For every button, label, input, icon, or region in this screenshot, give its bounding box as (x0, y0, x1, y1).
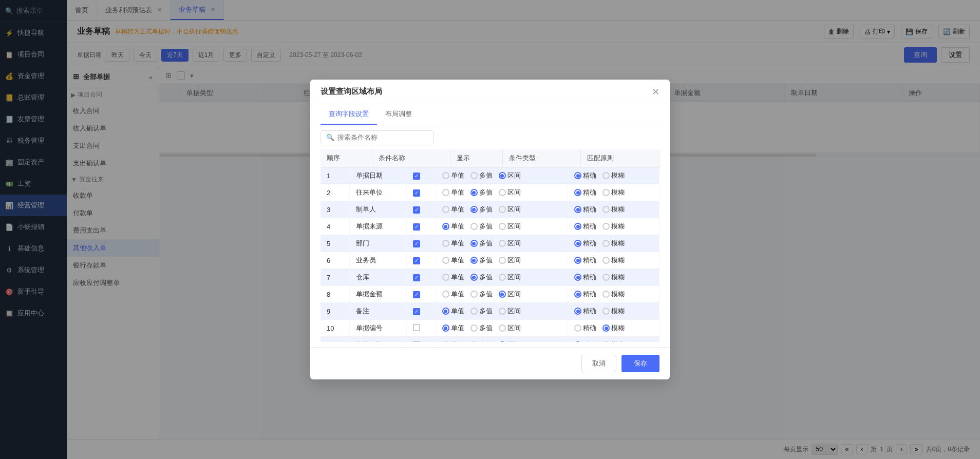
table-row: 7仓库✓单值多值区间精确模糊 (321, 269, 659, 286)
radio-区间 (499, 172, 506, 179)
row-order: 3 (321, 201, 349, 218)
row-match-rule: 精确模糊 (568, 286, 659, 303)
radio-match-精确 (574, 223, 581, 230)
radio-区间 (499, 257, 506, 264)
row-display-checkbox[interactable] (407, 320, 436, 337)
row-condition-type: 单值多值区间 (436, 303, 568, 320)
radio-match-精确 (574, 206, 581, 213)
radio-match-模糊 (602, 206, 610, 213)
table-row: 6业务员✓单值多值区间精确模糊 (321, 252, 659, 269)
radio-多值 (470, 291, 478, 298)
radio-match-模糊 (602, 291, 610, 298)
radio-区间 (499, 274, 506, 281)
row-order: 1 (321, 167, 349, 184)
checkbox-7[interactable]: ✓ (413, 274, 420, 281)
table-row: 4单据来源✓单值多值区间精确模糊 (321, 218, 659, 235)
radio-match-模糊 (602, 223, 610, 230)
modal-dialog: 设置查询区域布局 ✕ 查询字段设置 布局调整 🔍 顺序 (310, 80, 670, 379)
row-order: 8 (321, 286, 349, 303)
modal-table-scroll[interactable]: 1单据日期✓单值多值区间精确模糊2往来单位✓单值多值区间精确模糊3制单人✓单值多… (321, 167, 659, 342)
row-display-checkbox[interactable]: ✓ (407, 269, 436, 286)
radio-单值 (442, 206, 449, 213)
checkbox-10[interactable] (413, 324, 420, 331)
radio-多值 (470, 189, 478, 196)
checkbox-5[interactable]: ✓ (413, 240, 420, 247)
row-condition-type: 单值多值区间 (436, 320, 568, 337)
row-condition-name: 往来单位 (349, 184, 406, 201)
row-condition-type: 单值多值区间 (436, 252, 568, 269)
radio-多值 (470, 341, 478, 342)
row-order: 2 (321, 184, 349, 201)
checkbox-11[interactable] (413, 341, 420, 342)
table-row: 10单据编号单值多值区间精确模糊 (321, 320, 659, 337)
radio-区间 (499, 189, 506, 196)
row-condition-name: 单据日期 (349, 167, 406, 184)
modal-tab-layout[interactable]: 布局调整 (377, 104, 420, 125)
radio-单值 (442, 189, 449, 196)
radio-match-精确 (574, 308, 581, 315)
table-row: 8单据金额✓单值多值区间精确模糊 (321, 286, 659, 303)
radio-单值 (442, 257, 449, 264)
row-display-checkbox[interactable]: ✓ (407, 286, 436, 303)
radio-match-模糊 (602, 189, 610, 196)
radio-区间 (499, 223, 506, 230)
checkbox-9[interactable]: ✓ (413, 308, 420, 315)
modal-overlay[interactable]: 设置查询区域布局 ✕ 查询字段设置 布局调整 🔍 顺序 (0, 0, 980, 459)
checkbox-6[interactable]: ✓ (413, 257, 420, 264)
radio-match-精确 (574, 189, 581, 196)
modal-title: 设置查询区域布局 (321, 87, 382, 97)
row-display-checkbox[interactable]: ✓ (407, 167, 436, 184)
row-condition-name: 单据金额 (349, 286, 406, 303)
modal-search-input[interactable] (337, 133, 428, 141)
row-display-checkbox[interactable] (407, 337, 436, 342)
row-match-rule: 精确模糊 (568, 201, 659, 218)
save-settings-button[interactable]: 保存 (621, 355, 659, 372)
radio-单值 (442, 274, 449, 281)
row-display-checkbox[interactable]: ✓ (407, 303, 436, 320)
row-match-rule: 精确模糊 (568, 167, 659, 184)
row-condition-type: 单值多值区间 (436, 337, 568, 342)
modal-tab-query-fields[interactable]: 查询字段设置 (321, 104, 377, 125)
row-order: 9 (321, 303, 349, 320)
radio-单值 (442, 291, 449, 298)
row-match-rule: 精确模糊 (568, 184, 659, 201)
radio-多值 (470, 223, 478, 230)
row-order: 4 (321, 218, 349, 235)
checkbox-4[interactable]: ✓ (413, 223, 420, 231)
radio-单值 (442, 240, 449, 247)
checkbox-2[interactable]: ✓ (413, 189, 420, 197)
radio-单值 (442, 308, 449, 315)
row-match-rule: 精确模糊 (568, 218, 659, 235)
row-condition-name: 仓库 (349, 269, 406, 286)
radio-区间 (499, 308, 506, 315)
radio-区间 (499, 240, 506, 247)
row-condition-type: 单值多值区间 (436, 184, 568, 201)
modal-close-button[interactable]: ✕ (652, 87, 659, 97)
radio-多值 (470, 206, 478, 213)
radio-多值 (470, 324, 478, 332)
table-row: 2往来单位✓单值多值区间精确模糊 (321, 184, 659, 201)
row-order: 10 (321, 320, 349, 337)
checkbox-1[interactable]: ✓ (413, 173, 420, 180)
row-display-checkbox[interactable]: ✓ (407, 201, 436, 218)
modal-header: 设置查询区域布局 ✕ (310, 80, 670, 104)
radio-区间 (499, 206, 506, 213)
radio-多值 (470, 257, 478, 264)
checkbox-3[interactable]: ✓ (413, 206, 420, 214)
col-display: 显示 (450, 149, 502, 167)
row-display-checkbox[interactable]: ✓ (407, 184, 436, 201)
modal-search-area: 🔍 (310, 125, 670, 149)
radio-单值 (442, 341, 449, 342)
row-condition-name: 制单人 (349, 201, 406, 218)
row-display-checkbox[interactable]: ✓ (407, 252, 436, 269)
row-match-rule: 精确模糊 (568, 269, 659, 286)
checkbox-8[interactable]: ✓ (413, 291, 420, 298)
row-match-rule: 精确模糊 (568, 337, 659, 342)
row-display-checkbox[interactable]: ✓ (407, 235, 436, 252)
table-row: 5部门✓单值多值区间精确模糊 (321, 235, 659, 252)
row-condition-name: 单据编号 (349, 320, 406, 337)
cancel-button[interactable]: 取消 (581, 355, 616, 372)
row-display-checkbox[interactable]: ✓ (407, 218, 436, 235)
radio-区间 (499, 341, 506, 342)
table-row: 9备注✓单值多值区间精确模糊 (321, 303, 659, 320)
